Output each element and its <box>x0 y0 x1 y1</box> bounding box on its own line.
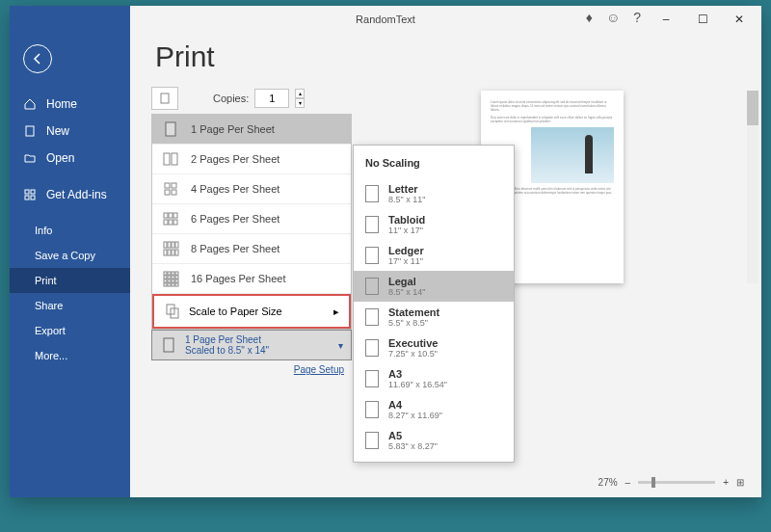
copies-spinner[interactable]: ▴▾ <box>295 89 305 108</box>
svg-rect-12 <box>172 190 176 195</box>
paper-letter[interactable]: Letter8.5" x 11" <box>354 178 514 209</box>
maximize-button[interactable]: ☐ <box>684 6 721 33</box>
zoom-in-button[interactable]: + <box>723 477 729 488</box>
paper-icon <box>365 278 379 295</box>
svg-rect-28 <box>168 272 171 275</box>
pages-summary-dropdown[interactable]: 1 Page Per SheetScaled to 8.5" x 14" ▾ <box>151 330 352 360</box>
nav-label: Save a Copy <box>35 250 95 261</box>
paper-name: A4 <box>388 399 442 411</box>
nav-new[interactable]: New <box>10 118 130 145</box>
nav-addins[interactable]: Get Add-ins <box>10 181 130 208</box>
print-button-icon[interactable] <box>151 87 178 110</box>
zoom-slider[interactable] <box>638 481 715 484</box>
nav-info[interactable]: Info <box>10 218 130 243</box>
scale-icon <box>164 303 181 320</box>
copies-label: Copies: <box>213 93 249 104</box>
paper-icon <box>365 216 379 233</box>
pages-16-icon <box>162 270 179 287</box>
pages-per-sheet-menu: 1 Page Per Sheet 2 Pages Per Sheet 4 Pag… <box>151 114 352 330</box>
close-button[interactable]: ✕ <box>721 6 758 33</box>
svg-rect-38 <box>175 279 178 282</box>
home-icon <box>23 97 37 111</box>
pages-option-6[interactable]: 6 Pages Per Sheet <box>152 204 351 234</box>
pages-option-1[interactable]: 1 Page Per Sheet <box>152 115 351 145</box>
feedback-icon[interactable]: ☺ <box>606 10 620 25</box>
paper-name: Letter <box>388 183 425 195</box>
paper-icon <box>365 401 379 418</box>
nav-home[interactable]: Home <box>10 91 130 118</box>
nav-save-copy[interactable]: Save a Copy <box>10 243 130 268</box>
svg-rect-21 <box>172 242 174 248</box>
paper-legal[interactable]: Legal8.5" x 14" <box>354 271 514 302</box>
svg-rect-14 <box>169 213 173 218</box>
help-icon[interactable]: ? <box>633 10 641 25</box>
paper-dim: 11" x 17" <box>388 226 425 235</box>
pages-option-2[interactable]: 2 Pages Per Sheet <box>152 145 351 174</box>
paper-icon <box>365 432 379 449</box>
paper-icon <box>365 370 379 387</box>
nav-label: Open <box>46 151 74 165</box>
paper-statement[interactable]: Statement5.5" x 8.5" <box>354 302 514 332</box>
nav-share[interactable]: Share <box>10 293 130 318</box>
svg-rect-15 <box>173 213 177 218</box>
svg-rect-40 <box>168 283 171 286</box>
paper-a5[interactable]: A55.83" x 8.27" <box>354 425 514 456</box>
svg-rect-3 <box>25 196 29 200</box>
fit-page-icon[interactable]: ⊞ <box>736 477 744 488</box>
nav-more[interactable]: More... <box>10 343 130 368</box>
svg-rect-24 <box>168 250 171 255</box>
page-title: Print <box>155 40 761 73</box>
title-extra-icons: ♦ ☺ ? <box>586 10 641 25</box>
svg-rect-27 <box>164 272 167 275</box>
nav-export[interactable]: Export <box>10 318 130 343</box>
zoom-out-button[interactable]: – <box>625 477 631 488</box>
svg-rect-26 <box>175 250 178 255</box>
scale-to-paper-size[interactable]: Scale to Paper Size ▸ <box>152 294 351 329</box>
menu-label: 2 Pages Per Sheet <box>191 153 279 165</box>
paper-dim: 11.69" x 16.54" <box>388 380 447 389</box>
pages-option-4[interactable]: 4 Pages Per Sheet <box>152 174 351 204</box>
nav-label: Info <box>35 225 52 236</box>
paper-a3[interactable]: A311.69" x 16.54" <box>354 363 514 394</box>
paper-dim: 17" x 11" <box>388 256 424 266</box>
submenu-header[interactable]: No Scaling <box>354 151 514 178</box>
svg-rect-2 <box>31 190 35 194</box>
paper-a4[interactable]: A48.27" x 11.69" <box>354 394 514 425</box>
menu-label: 1 Page Per Sheet <box>191 123 275 135</box>
paper-icon <box>365 308 379 326</box>
nav-open[interactable]: Open <box>10 145 130 172</box>
svg-rect-5 <box>161 93 169 103</box>
svg-rect-13 <box>164 213 168 218</box>
svg-rect-10 <box>172 183 176 188</box>
svg-rect-8 <box>172 153 177 165</box>
paper-dim: 8.5" x 14" <box>388 287 425 297</box>
page-setup-link[interactable]: Page Setup <box>151 364 352 375</box>
pages-2-icon <box>162 150 179 168</box>
svg-rect-42 <box>175 283 178 286</box>
back-button[interactable] <box>23 44 52 73</box>
scroll-thumb[interactable] <box>747 91 758 125</box>
premium-icon[interactable]: ♦ <box>586 10 593 25</box>
minimize-button[interactable]: – <box>648 6 684 33</box>
svg-rect-9 <box>165 183 170 188</box>
nav-print[interactable]: Print <box>10 268 130 293</box>
svg-rect-6 <box>166 122 175 136</box>
preview-scrollbar[interactable] <box>747 91 758 283</box>
pages-option-16[interactable]: 16 Pages Per Sheet <box>152 264 351 294</box>
paper-ledger[interactable]: Ledger17" x 11" <box>354 240 514 271</box>
summary-line1: 1 Page Per Sheet <box>185 334 269 345</box>
preview-image <box>531 127 614 183</box>
spin-down-icon[interactable]: ▾ <box>295 98 305 108</box>
paper-executive[interactable]: Executive7.25" x 10.5" <box>354 332 514 363</box>
titlebar: RandomText ♦ ☺ ? – ☐ ✕ <box>10 6 761 33</box>
paper-tabloid[interactable]: Tabloid11" x 17" <box>354 209 514 240</box>
paper-name: Statement <box>388 306 439 318</box>
window-title: RandomText <box>356 13 415 25</box>
spin-up-icon[interactable]: ▴ <box>295 89 305 98</box>
pages-option-8[interactable]: 8 Pages Per Sheet <box>152 234 351 264</box>
copies-input[interactable] <box>254 89 289 108</box>
paper-dim: 5.5" x 8.5" <box>388 318 439 328</box>
svg-rect-37 <box>172 279 174 282</box>
addins-icon <box>23 188 37 201</box>
nav-label: Print <box>35 275 57 286</box>
